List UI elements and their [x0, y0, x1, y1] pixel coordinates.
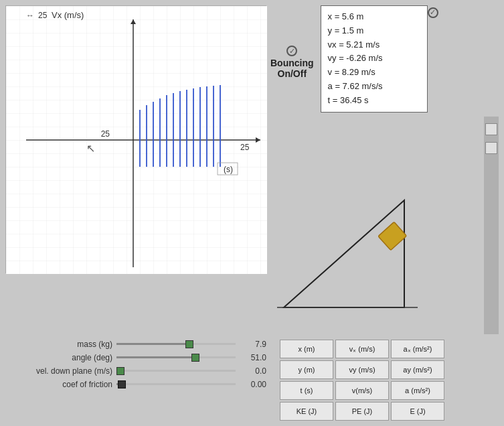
slider-row-vel: vel. down plane (m/s) 0.0 [5, 366, 266, 376]
data-btn-ax[interactable]: aₓ (m/s²) [391, 340, 444, 358]
info-y: y = 1.5 m [328, 24, 420, 38]
slider-track-mass[interactable] [116, 340, 236, 349]
svg-text:25: 25 [38, 11, 48, 20]
svg-text:(s): (s) [224, 165, 233, 174]
bouncing-checkbox[interactable] [286, 46, 297, 56]
slider-value-angle: 51.0 [240, 353, 266, 362]
bouncing-check-icon[interactable] [286, 46, 297, 56]
bouncing-label: Bouncing On/Off [270, 46, 314, 79]
data-btn-x[interactable]: x (m) [280, 340, 333, 358]
bottom-section: mass (kg) 7.9 angle (deg) 51.0 [5, 340, 499, 421]
slider-track-coef[interactable] [116, 380, 236, 389]
slider-bg-coef [116, 383, 236, 385]
data-btn-a[interactable]: a (m/s²) [391, 381, 444, 400]
data-table: x (m) vₓ (m/s) aₓ (m/s²) y (m) vy (m/s) … [280, 340, 444, 421]
slider-label-vel: vel. down plane (m/s) [5, 366, 112, 376]
data-btn-ke[interactable]: KE (J) [280, 402, 333, 421]
info-and-bouncing: Bouncing On/Off x = 5.6 m y = 1.5 m vx =… [270, 5, 499, 113]
data-btn-e[interactable]: E (J) [391, 402, 444, 421]
info-vx: vx = 5.21 m/s [328, 38, 420, 52]
ramp-area [270, 117, 499, 334]
svg-text:↖: ↖ [86, 143, 95, 154]
sidebar-btn-1[interactable] [485, 123, 497, 135]
bouncing-text-line2: On/Off [278, 68, 307, 79]
info-check-icon[interactable] [434, 7, 438, 18]
info-a: a = 7.62 m/s/s [328, 80, 420, 94]
right-sidebar [484, 117, 499, 334]
info-x: x = 5.6 m [328, 10, 420, 24]
top-section: 25 25 (s) ↔ 25 Vx (m/s) ↖ [5, 5, 499, 334]
info-t: t = 36.45 s [328, 94, 420, 108]
slider-label-mass: mass (kg) [5, 340, 112, 349]
slider-track-angle[interactable] [116, 353, 236, 362]
info-vy: vy = -6.26 m/s [328, 52, 420, 66]
slider-row-mass: mass (kg) 7.9 [5, 340, 266, 349]
slider-fill-mass [116, 343, 188, 345]
main-container: 25 25 (s) ↔ 25 Vx (m/s) ↖ [0, 0, 504, 426]
svg-rect-29 [378, 222, 407, 250]
sliders-section: mass (kg) 7.9 angle (deg) 51.0 [5, 340, 266, 421]
data-btn-vy[interactable]: vy (m/s) [335, 360, 389, 379]
slider-track-vel[interactable] [116, 366, 236, 376]
slider-thumb-vel[interactable] [116, 367, 124, 375]
slider-value-mass: 7.9 [240, 340, 266, 349]
svg-text:25: 25 [240, 143, 250, 152]
data-btn-y[interactable]: y (m) [280, 360, 333, 379]
slider-thumb-mass[interactable] [185, 340, 193, 348]
slider-label-coef: coef of friction [5, 380, 112, 389]
data-btn-vx[interactable]: vₓ (m/s) [335, 340, 389, 358]
data-btn-t[interactable]: t (s) [280, 381, 333, 400]
sidebar-btn-2[interactable] [485, 142, 497, 154]
ramp-svg [270, 180, 471, 328]
graph-area: 25 25 (s) ↔ 25 Vx (m/s) ↖ [5, 5, 266, 273]
slider-thumb-angle[interactable] [191, 354, 199, 362]
svg-text:↔: ↔ [26, 11, 34, 20]
slider-row-angle: angle (deg) 51.0 [5, 353, 266, 362]
graph-svg: 25 25 (s) ↔ 25 Vx (m/s) ↖ [6, 6, 267, 274]
slider-thumb-coef[interactable] [118, 380, 126, 388]
slider-fill-angle [116, 356, 194, 358]
data-btn-v[interactable]: v(m/s) [335, 381, 389, 400]
data-btn-ay[interactable]: ay (m/s²) [391, 360, 444, 379]
slider-bg-vel [116, 370, 236, 372]
info-v: v = 8.29 m/s [328, 66, 420, 80]
slider-value-coef: 0.00 [240, 380, 266, 389]
svg-text:Vx (m/s): Vx (m/s) [52, 10, 84, 20]
info-box: x = 5.6 m y = 1.5 m vx = 5.21 m/s vy = -… [321, 5, 428, 113]
slider-value-vel: 0.0 [240, 366, 266, 376]
svg-marker-27 [284, 200, 404, 307]
slider-label-angle: angle (deg) [5, 353, 112, 362]
slider-row-coef: coef of friction 0.00 [5, 380, 266, 389]
svg-text:25: 25 [101, 129, 110, 139]
bouncing-text-line1: Bouncing [270, 58, 314, 68]
data-btn-pe[interactable]: PE (J) [335, 402, 389, 421]
right-section: Bouncing On/Off x = 5.6 m y = 1.5 m vx =… [270, 5, 499, 334]
